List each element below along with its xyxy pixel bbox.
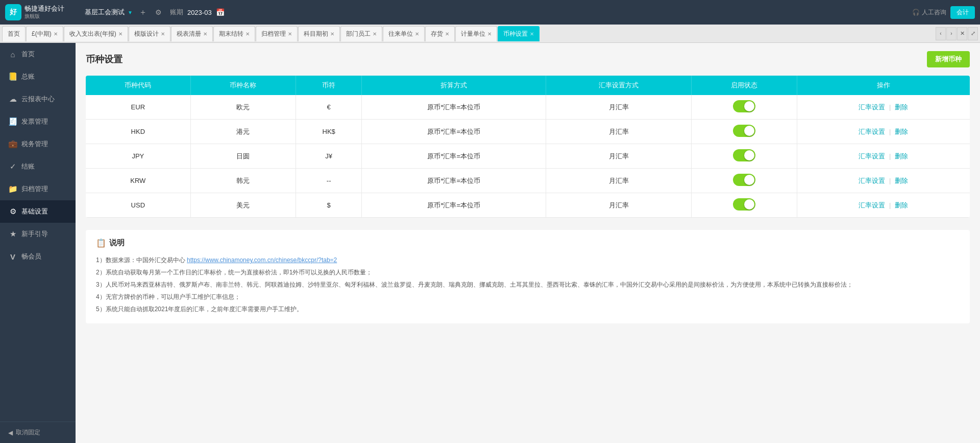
tab-currency-label: 币种设置 [503, 30, 528, 38]
rate-settings-link-2[interactable]: 汇率设置 [859, 152, 885, 160]
sidebar-item-home[interactable]: ⌂ 首页 [0, 43, 76, 65]
cell-code-4: USD [86, 193, 190, 218]
calendar-icon[interactable]: 📅 [216, 8, 225, 16]
tab-period-close[interactable]: ✕ [54, 31, 58, 37]
tab-dept[interactable]: 部门员工 ✕ [340, 26, 382, 41]
delete-link-3[interactable]: 删除 [895, 177, 908, 184]
cell-name-1: 港元 [190, 120, 296, 144]
tab-currency[interactable]: 币种设置 ✕ [498, 26, 540, 41]
cell-calc-2: 原币*汇率=本位币 [362, 144, 546, 169]
note-item-0: 1）数据来源：中国外汇交易中心 https://www.chinamoney.c… [96, 254, 960, 266]
tab-expand-button[interactable]: ⤢ [968, 27, 978, 40]
sidebar-item-archive[interactable]: 📁 归档管理 [0, 178, 76, 200]
cell-name-4: 美元 [190, 193, 296, 218]
tab-period-label: £(中期) [32, 30, 52, 38]
tab-dept-close[interactable]: ✕ [373, 31, 377, 37]
sidebar-label-home: 首页 [21, 50, 35, 59]
sidebar: ⌂ 首页 📒 总账 ☁ 云报表中心 🧾 发票管理 💼 税务管理 ✓ 结账 📁 归… [0, 43, 76, 443]
tab-archive-label: 归档管理 [261, 30, 286, 38]
note-item-1: 2）系统自动获取每月第一个工作日的汇率标价，统一为直接标价法，即1外币可以兑换的… [96, 266, 960, 278]
cell-rate-0: 月汇率 [546, 95, 692, 120]
archive-icon: 📁 [8, 184, 17, 194]
sidebar-item-ledger[interactable]: 📒 总账 [0, 65, 76, 88]
help-button[interactable]: 🎧 人工咨询 [912, 8, 946, 17]
enable-toggle-3[interactable] [733, 174, 755, 186]
enable-toggle-2[interactable] [733, 149, 755, 161]
tab-currency-close[interactable]: ✕ [530, 31, 534, 37]
cell-toggle-2[interactable] [691, 144, 797, 169]
headset-icon: 🎧 [912, 9, 920, 16]
rate-settings-link-1[interactable]: 汇率设置 [859, 128, 885, 135]
pin-icon: ◀ [8, 429, 13, 436]
sidebar-item-settings[interactable]: ⚙ 基础设置 [0, 200, 76, 223]
tab-annual[interactable]: 收入支出表(年报) ✕ [64, 26, 128, 41]
tab-period[interactable]: £(中期) ✕ [26, 26, 63, 41]
tab-inventory-close[interactable]: ✕ [445, 31, 449, 37]
tab-next-button[interactable]: › [946, 27, 957, 40]
add-tab-button[interactable]: ＋ [137, 7, 149, 18]
top-bar: 好 畅捷通好会计 旗舰版 基层工会测试 ▼ ＋ ⚙ 账期 2023-03 📅 🎧… [0, 0, 980, 25]
rate-settings-link-4[interactable]: 汇率设置 [859, 201, 885, 209]
delete-link-4[interactable]: 删除 [895, 201, 908, 209]
notes-link[interactable]: https://www.chinamoney.com.cn/chinese/bk… [187, 257, 337, 264]
enable-toggle-1[interactable] [733, 125, 755, 137]
tab-subjects[interactable]: 科目期初 ✕ [298, 26, 340, 41]
cell-symbol-1: HK$ [296, 120, 362, 144]
page-title-row: 币种设置 新增币种 [86, 51, 970, 67]
tab-transfer[interactable]: 期末结转 ✕ [213, 26, 255, 41]
member-icon: V [8, 252, 17, 261]
action-sep-3: | [889, 177, 891, 184]
tab-subjects-close[interactable]: ✕ [330, 31, 334, 37]
delete-link-0[interactable]: 删除 [895, 103, 908, 111]
cell-toggle-3[interactable] [691, 169, 797, 193]
tab-unit-close[interactable]: ✕ [487, 31, 492, 37]
new-currency-button[interactable]: 新增币种 [927, 51, 970, 67]
cell-actions-3: 汇率设置 | 删除 [797, 169, 970, 193]
sidebar-item-member[interactable]: V 畅会员 [0, 245, 76, 268]
tax-icon: 💼 [8, 139, 17, 149]
sidebar-item-reports[interactable]: ☁ 云报表中心 [0, 88, 76, 110]
enable-toggle-4[interactable] [733, 198, 755, 211]
tab-home[interactable]: 首页 [2, 26, 26, 41]
rate-settings-link-3[interactable]: 汇率设置 [859, 177, 885, 184]
sidebar-item-invoice[interactable]: 🧾 发票管理 [0, 110, 76, 133]
tab-annual-label: 收入支出表(年报) [69, 30, 116, 38]
tab-archive-close[interactable]: ✕ [288, 31, 292, 37]
notes-title-text: 说明 [109, 238, 125, 248]
company-selector[interactable]: 基层工会测试 ▼ [85, 8, 133, 17]
notes-section: 📋 说明 1）数据来源：中国外汇交易中心 https://www.chinamo… [86, 230, 970, 323]
tab-annual-close[interactable]: ✕ [118, 31, 122, 37]
sidebar-item-tax[interactable]: 💼 税务管理 [0, 133, 76, 155]
tab-unit[interactable]: 计量单位 ✕ [455, 26, 497, 41]
sidebar-pin-toggle[interactable]: ◀ 取消固定 [0, 422, 76, 443]
page-title: 币种设置 [86, 53, 122, 65]
cell-code-1: HKD [86, 120, 190, 144]
tab-archive[interactable]: 归档管理 ✕ [256, 26, 298, 41]
tab-tax-close[interactable]: ✕ [203, 31, 207, 37]
table-row: HKD 港元 HK$ 原币*汇率=本位币 月汇率 汇率设置 | 删除 [86, 120, 970, 144]
tab-inventory[interactable]: 存货 ✕ [425, 26, 455, 41]
rate-settings-link-0[interactable]: 汇率设置 [859, 103, 885, 111]
cell-toggle-4[interactable] [691, 193, 797, 218]
tab-template-close[interactable]: ✕ [161, 31, 165, 37]
delete-link-1[interactable]: 删除 [895, 128, 908, 135]
settings-icon[interactable]: ⚙ [153, 8, 164, 16]
cell-toggle-0[interactable] [691, 95, 797, 120]
tab-transfer-close[interactable]: ✕ [246, 31, 250, 37]
col-name: 币种名称 [190, 76, 296, 95]
cell-rate-1: 月汇率 [546, 120, 692, 144]
tab-close-all-button[interactable]: ✕ [957, 27, 967, 40]
account-button[interactable]: 会计 [950, 6, 975, 19]
tab-template[interactable]: 模版设计 ✕ [129, 26, 170, 41]
enable-toggle-0[interactable] [733, 100, 755, 112]
delete-link-2[interactable]: 删除 [895, 152, 908, 160]
tab-contacts[interactable]: 往来单位 ✕ [383, 26, 425, 41]
sidebar-label-invoice: 发票管理 [21, 117, 48, 126]
sidebar-item-guide[interactable]: ★ 新手引导 [0, 223, 76, 245]
tab-contacts-close[interactable]: ✕ [415, 31, 419, 37]
cell-toggle-1[interactable] [691, 120, 797, 144]
cell-symbol-0: € [296, 95, 362, 120]
tab-prev-button[interactable]: ‹ [936, 27, 946, 40]
tab-tax[interactable]: 税表清册 ✕ [171, 26, 213, 41]
sidebar-item-checkout[interactable]: ✓ 结账 [0, 155, 76, 178]
